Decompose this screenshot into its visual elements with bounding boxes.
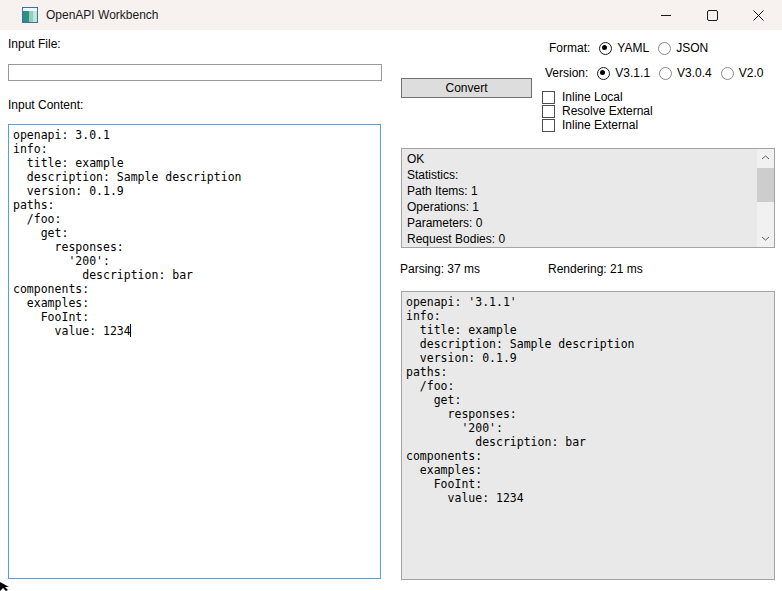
checkbox-inline-external[interactable]: Inline External [542,118,638,132]
status-line: Parameters: 0 [407,215,754,231]
version-group: Version: V3.1.1 V3.0.4 V2.0 [545,66,763,80]
resolve-external-checkbox[interactable] [542,105,555,118]
version-radio-v311-label[interactable]: V3.1.1 [615,66,650,80]
format-radio-yaml[interactable] [599,42,612,55]
close-icon [753,10,764,21]
scrollbar-thumb[interactable] [757,168,774,202]
app-window: OpenAPI Workbench Input File: Input Cont… [0,0,782,591]
status-line: Statistics: [407,167,754,183]
inline-local-label[interactable]: Inline Local [562,90,623,104]
app-icon [22,7,38,23]
status-line: Path Items: 1 [407,183,754,199]
titlebar: OpenAPI Workbench [0,0,782,30]
scroll-down-button[interactable] [757,230,774,247]
status-line: Operations: 1 [407,199,754,215]
input-content-label: Input Content: [8,98,83,113]
status-lines: OK Statistics: Path Items: 1 Operations:… [407,151,754,247]
status-line: Request Bodies: 0 [407,231,754,247]
version-radio-v20[interactable] [721,67,734,80]
format-radio-json-label[interactable]: JSON [676,41,708,55]
window-title: OpenAPI Workbench [46,8,159,22]
maximize-icon [707,10,718,21]
checkbox-resolve-external[interactable]: Resolve External [542,104,653,118]
output-content-view[interactable]: openapi: '3.1.1' info: title: example de… [401,291,775,580]
format-label: Format: [549,41,590,55]
text-caret [130,324,131,337]
scroll-up-button[interactable] [757,149,774,166]
checkbox-inline-local[interactable]: Inline Local [542,90,623,104]
parsing-time: Parsing: 37 ms [400,262,480,276]
version-radio-v20-label[interactable]: V2.0 [739,66,764,80]
minimize-button[interactable] [643,0,689,30]
status-scrollbar[interactable] [757,149,774,247]
mouse-cursor-artifact [0,582,12,591]
inline-external-label[interactable]: Inline External [562,118,638,132]
maximize-button[interactable] [689,0,735,30]
version-radio-v311[interactable] [597,67,610,80]
format-radio-json[interactable] [658,42,671,55]
version-radio-v304-label[interactable]: V3.0.4 [677,66,712,80]
version-label: Version: [545,66,588,80]
status-panel: OK Statistics: Path Items: 1 Operations:… [401,148,775,248]
inline-external-checkbox[interactable] [542,119,555,132]
version-radio-v304[interactable] [659,67,672,80]
inline-local-checkbox[interactable] [542,91,555,104]
status-line: OK [407,151,754,167]
chevron-down-icon [761,236,770,241]
close-button[interactable] [735,0,781,30]
rendering-time: Rendering: 21 ms [548,262,643,276]
format-group: Format: YAML JSON [549,41,708,55]
chevron-up-icon [761,155,770,160]
input-content-editor[interactable]: openapi: 3.0.1 info: title: example desc… [8,124,381,579]
input-file-field[interactable] [8,64,382,81]
input-file-label: Input File: [8,37,61,52]
resolve-external-label[interactable]: Resolve External [562,104,653,118]
format-radio-yaml-label[interactable]: YAML [617,41,649,55]
minimize-icon [661,15,671,16]
convert-button[interactable]: Convert [401,78,532,98]
